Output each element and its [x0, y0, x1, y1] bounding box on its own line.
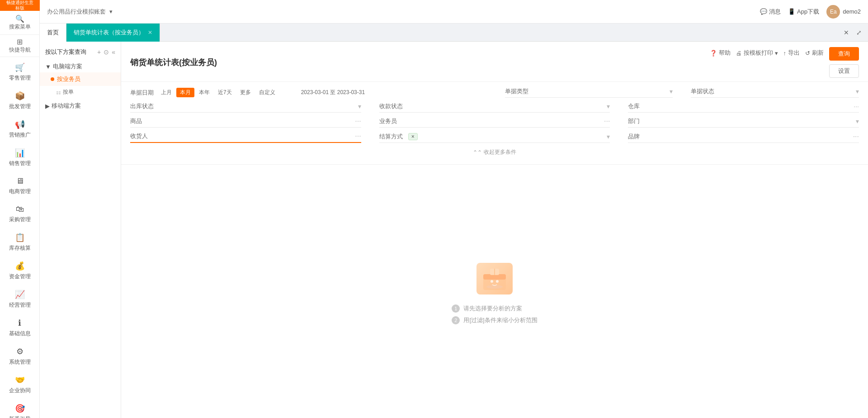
tag-x-icon[interactable]: ×: [411, 133, 415, 140]
filter-area: 单据日期 上月本月本年近7天更多自定义 2023-03-01 至 2023-03…: [121, 82, 868, 165]
sidebar-icon-8: 📈: [15, 290, 25, 299]
export-button[interactable]: ↑ 导出: [783, 49, 800, 57]
sidebar-label-2: 营销推广: [9, 131, 31, 139]
scheme-item-salesperson[interactable]: 按业务员: [40, 72, 121, 86]
tab-expand-button[interactable]: ⤢: [854, 27, 864, 38]
goods-dots-icon[interactable]: ···: [355, 117, 361, 125]
salesperson-value: ···: [406, 117, 610, 125]
sidebar-items: 🛒零售管理📦批发管理📢营销推广📊销售管理🖥电商管理🛍采购管理📋库存核算💰资金管理…: [0, 57, 40, 418]
message-label: 消息: [769, 8, 781, 16]
department-value: ▾: [655, 118, 859, 125]
app-download-label: App下载: [797, 8, 819, 16]
content-area: 按以下方案查询 + ⊙ « ▼ 电脑端方案 按业务员: [40, 42, 868, 418]
sidebar-search[interactable]: 🔍 搜索菜单: [0, 11, 40, 35]
warehouse-value: ···: [655, 103, 859, 110]
help-label: 帮助: [719, 49, 731, 57]
doc-type-value: ▾: [532, 88, 673, 95]
brand-dots-icon[interactable]: ···: [853, 133, 859, 141]
sidebar-item-采购管理[interactable]: 🛍采购管理: [0, 199, 40, 227]
sidebar-item-基础信息[interactable]: ℹ基础信息: [0, 313, 40, 341]
sidebar-label-5: 采购管理: [9, 216, 31, 223]
collapse-scheme-icon[interactable]: «: [112, 48, 115, 56]
sidebar-icon-11: 🤝: [15, 375, 25, 385]
date-tab-1[interactable]: 本月: [176, 88, 194, 97]
out-status-arrow-icon[interactable]: ▾: [358, 103, 361, 110]
sidebar-item-系统管理[interactable]: ⚙系统管理: [0, 341, 40, 370]
user-menu[interactable]: Ea demo2: [826, 5, 861, 19]
payment-status-arrow-icon[interactable]: ▾: [607, 103, 610, 110]
collapse-button[interactable]: ⌃⌃ 收起更多条件: [473, 148, 516, 156]
sidebar-item-销售管理[interactable]: 📊销售管理: [0, 142, 40, 171]
date-tab-3[interactable]: 近7天: [214, 88, 236, 97]
out-status-label: 出库状态: [130, 102, 157, 110]
salesperson-filter: 业务员 ···: [379, 117, 610, 128]
query-button[interactable]: 查询: [829, 47, 859, 61]
page-header-right: ❓ 帮助 🖨 按模板打印 ▾ ↑ 导出: [710, 47, 859, 78]
tab-close-icon[interactable]: ✕: [148, 29, 152, 36]
date-range-label: 2023-03-01 至 2023-03-31: [301, 89, 365, 96]
template-print-button[interactable]: 🖨 按模板打印 ▾: [736, 49, 778, 57]
sidebar-item-批发管理[interactable]: 📦批发管理: [0, 86, 40, 114]
date-tab-5[interactable]: 自定义: [255, 88, 279, 97]
sidebar-item-营销推广[interactable]: 📢营销推广: [0, 114, 40, 142]
sidebar-item-新手引导[interactable]: 🎯新手引导: [0, 398, 40, 418]
brand-label: 品牌: [628, 133, 655, 141]
settlement-arrow-icon[interactable]: ▾: [607, 133, 610, 140]
date-tab-4[interactable]: 更多: [236, 88, 255, 97]
message-button[interactable]: 💬 消息: [760, 8, 781, 16]
sidebar-item-企业协同[interactable]: 🤝企业协同: [0, 370, 40, 398]
settlement-tag[interactable]: ×: [408, 133, 418, 140]
app-download-button[interactable]: 📱 App下载: [788, 8, 819, 16]
sidebar-quicknav[interactable]: ⊞ 快捷导航: [0, 35, 40, 57]
empty-box-icon: [479, 265, 510, 292]
sidebar-label-3: 销售管理: [9, 160, 31, 167]
sidebar-icon-5: 🛍: [16, 204, 24, 214]
mobile-scheme-header[interactable]: ▶ 移动端方案: [40, 100, 121, 112]
tab-home[interactable]: 首页: [40, 24, 66, 42]
sidebar-search-label: 搜索菜单: [0, 23, 40, 31]
print-icon: 🖨: [736, 50, 742, 57]
desktop-scheme-header[interactable]: ▼ 电脑端方案: [40, 61, 121, 72]
sidebar-item-库存核算[interactable]: 📋库存核算: [0, 227, 40, 256]
breadcrumb-text: 办公用品行业模拟账套: [47, 8, 106, 16]
filter-row-3: 收货人 ··· 结算方式 ×: [130, 132, 859, 143]
sidebar-icon-2: 📢: [15, 119, 25, 129]
tab-sales-stats[interactable]: 销货单统计表（按业务员） ✕: [66, 24, 160, 42]
help-button[interactable]: ❓ 帮助: [710, 49, 731, 57]
salesperson-dots-icon[interactable]: ···: [604, 117, 610, 125]
tab-bar: 首页 销货单统计表（按业务员） ✕ ✕ ⤢: [40, 24, 868, 42]
desktop-scheme-label: 电脑端方案: [53, 62, 82, 71]
sidebar-item-经营管理[interactable]: 📈经营管理: [0, 284, 40, 313]
date-tab-2[interactable]: 本年: [195, 88, 213, 97]
sidebar-item-资金管理[interactable]: 💰资金管理: [0, 256, 40, 284]
tip-2-num: 2: [452, 316, 460, 324]
scheme-sub-item[interactable]: ⚏ 按单: [40, 86, 121, 98]
sidebar-label-6: 库存核算: [9, 244, 31, 252]
receiver-dots-icon[interactable]: ···: [355, 132, 361, 140]
out-status-filter: 出库状态 ▾: [130, 102, 361, 113]
sidebar-label-1: 批发管理: [9, 103, 31, 110]
refresh-button[interactable]: ↺ 刷新: [805, 49, 824, 57]
tab-close-window-button[interactable]: ✕: [841, 27, 852, 38]
right-panel: 销货单统计表(按业务员) ❓ 帮助 🖨 按模板打印 ▾: [121, 42, 868, 418]
department-label: 部门: [628, 117, 655, 125]
date-tab-0[interactable]: 上月: [157, 88, 175, 97]
page-title: 销货单统计表(按业务员): [130, 57, 217, 68]
refresh-label: 刷新: [812, 49, 824, 57]
add-scheme-icon[interactable]: +: [97, 48, 101, 56]
sidebar-item-电商管理[interactable]: 🖥电商管理: [0, 171, 40, 199]
department-arrow-icon[interactable]: ▾: [856, 118, 859, 125]
payment-status-label: 收款状态: [379, 102, 406, 110]
sidebar-label-9: 基础信息: [9, 330, 31, 337]
receiver-label: 收货人: [130, 132, 157, 140]
settings-scheme-icon[interactable]: ⊙: [104, 48, 109, 56]
breadcrumb-arrow-icon[interactable]: ▾: [109, 8, 113, 15]
sidebar-icon-4: 🖥: [16, 176, 24, 186]
doc-status-arrow-icon[interactable]: ▾: [856, 88, 859, 95]
sidebar-item-零售管理[interactable]: 🛒零售管理: [0, 57, 40, 86]
settings-button[interactable]: 设置: [829, 64, 859, 78]
doc-type-arrow-icon[interactable]: ▾: [670, 88, 673, 95]
sidebar-label-11: 企业协同: [9, 387, 31, 394]
goods-filter: 商品 ···: [130, 117, 361, 128]
scheme-sub-label: 按单: [63, 88, 74, 96]
